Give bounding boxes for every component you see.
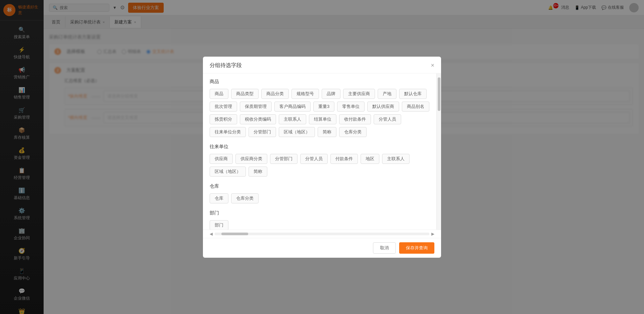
tag-dept-mgmt[interactable]: 分管部门: [249, 127, 276, 137]
tag-goods-category[interactable]: 商品分类: [261, 89, 289, 99]
tag-contact[interactable]: 主联系人: [279, 114, 306, 124]
tag-abbr2[interactable]: 简称: [249, 167, 267, 177]
modal-scroll-wrapper: 商品 商品 商品类型 商品分类 规格型号 品牌 主要供应商 产地 默认仓库 批次…: [203, 73, 441, 230]
tag-warehouse-category[interactable]: 仓库分类: [339, 127, 367, 137]
tag-spec-type[interactable]: 规格型号: [291, 89, 319, 99]
field-select-modal: 分组待选字段 × 商品 商品 商品类型 商品分类 规格型号 品牌 主要供应商 产…: [203, 57, 441, 258]
modal-hscroll-area: ◀ ▶: [203, 230, 441, 238]
tag-goods[interactable]: 商品: [210, 89, 228, 99]
tag-retail-unit[interactable]: 零售单位: [337, 102, 365, 112]
tag-origin[interactable]: 产地: [378, 89, 396, 99]
section-counterpart-title: 往来单位: [210, 144, 430, 150]
tag-pick-score[interactable]: 拣货积分: [210, 114, 237, 124]
tag-default-supplier[interactable]: 默认供应商: [367, 102, 399, 112]
tag-supplier-category[interactable]: 供应商分类: [235, 154, 267, 164]
tag-weight3[interactable]: 重量3: [313, 102, 334, 112]
modal-overlay: 分组待选字段 × 商品 商品 商品类型 商品分类 规格型号 品牌 主要供应商 产…: [0, 0, 644, 314]
section-counterpart: 往来单位 供应商 供应商分类 分管部门 分管人员 付款条件 地区 主联系人 区域…: [210, 144, 430, 177]
tag-region[interactable]: 区域（地区）: [279, 127, 315, 137]
hscroll-track[interactable]: [215, 233, 429, 235]
section-department: 部门 部门: [210, 210, 430, 230]
save-query-button[interactable]: 保存并查询: [399, 242, 434, 254]
tag-quality-mgmt[interactable]: 保质期管理: [240, 102, 272, 112]
tag-region2[interactable]: 区域（地区）: [210, 167, 246, 177]
modal-scrollbar[interactable]: [436, 73, 441, 230]
tag-dept[interactable]: 部门: [210, 220, 228, 230]
section-product: 商品 商品 商品类型 商品分类 规格型号 品牌 主要供应商 产地 默认仓库 批次…: [210, 79, 430, 137]
tag-unit-category[interactable]: 往来单位分类: [210, 127, 246, 137]
hscroll-left-arrow[interactable]: ◀: [210, 232, 213, 236]
tag-payment-cond[interactable]: 付款条件: [330, 154, 358, 164]
tag-dept2[interactable]: 分管部门: [270, 154, 298, 164]
modal-footer: 取消 保存并查询: [203, 238, 441, 258]
tag-main-supplier[interactable]: 主要供应商: [343, 89, 375, 99]
tag-default-warehouse[interactable]: 默认仓库: [399, 89, 427, 99]
modal-close-icon[interactable]: ×: [431, 62, 434, 69]
tag-supplier[interactable]: 供应商: [210, 154, 233, 164]
tag-batch-mgmt[interactable]: 批次管理: [210, 102, 237, 112]
department-tags: 部门: [210, 220, 430, 230]
section-warehouse: 仓库 仓库 仓库分类: [210, 183, 430, 203]
hscroll-right-arrow[interactable]: ▶: [431, 232, 434, 236]
tag-main-contact[interactable]: 主联系人: [382, 154, 410, 164]
modal-scroll-thumb: [438, 77, 440, 111]
modal-scroll-content[interactable]: 商品 商品 商品类型 商品分类 规格型号 品牌 主要供应商 产地 默认仓库 批次…: [203, 73, 436, 230]
tag-manager[interactable]: 分管人员: [374, 114, 401, 124]
warehouse-tags: 仓库 仓库分类: [210, 193, 430, 203]
tag-abbr[interactable]: 简称: [318, 127, 336, 137]
modal-header: 分组待选字段 ×: [203, 57, 441, 73]
tag-brand[interactable]: 品牌: [322, 89, 340, 99]
tag-tax-code[interactable]: 税收分类编码: [240, 114, 276, 124]
tag-settlement-unit[interactable]: 结算单位: [309, 114, 336, 124]
tag-payment-terms[interactable]: 收付款条件: [339, 114, 371, 124]
tag-area[interactable]: 地区: [361, 154, 379, 164]
modal-title: 分组待选字段: [210, 62, 242, 69]
tag-wh[interactable]: 仓库: [210, 193, 228, 203]
section-warehouse-title: 仓库: [210, 183, 430, 189]
tag-customer-code[interactable]: 客户商品编码: [274, 102, 311, 112]
section-product-title: 商品: [210, 79, 430, 85]
hscroll-thumb: [221, 233, 248, 235]
counterpart-tags: 供应商 供应商分类 分管部门 分管人员 付款条件 地区 主联系人 区域（地区） …: [210, 154, 430, 177]
tag-goods-alias[interactable]: 商品别名: [402, 102, 429, 112]
product-tags: 商品 商品类型 商品分类 规格型号 品牌 主要供应商 产地 默认仓库 批次管理 …: [210, 89, 430, 137]
tag-goods-type[interactable]: 商品类型: [231, 89, 259, 99]
tag-wh-cat[interactable]: 仓库分类: [231, 193, 259, 203]
cancel-button[interactable]: 取消: [373, 242, 396, 254]
tag-manager2[interactable]: 分管人员: [300, 154, 328, 164]
section-department-title: 部门: [210, 210, 430, 216]
